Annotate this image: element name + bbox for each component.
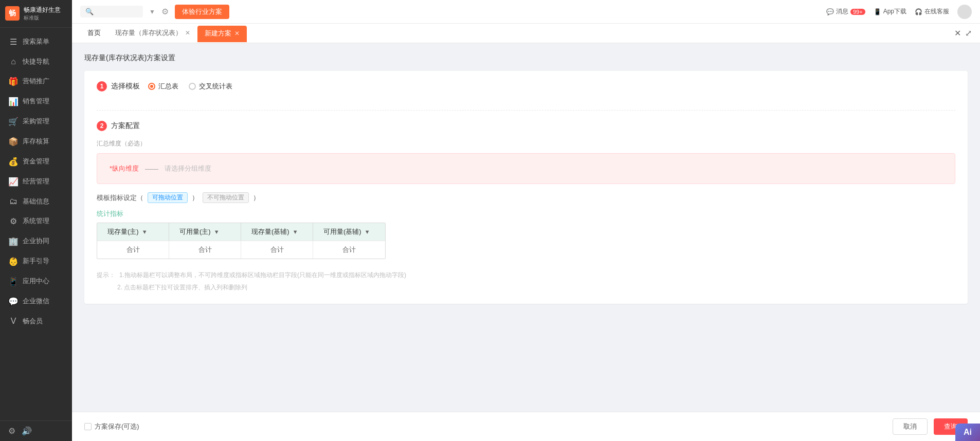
tab-inventory-label: 现存量（库存状况表） xyxy=(115,28,182,38)
speaker-icon[interactable]: 🔊 xyxy=(22,426,32,436)
sidebar-item-label: 快捷导航 xyxy=(23,57,49,66)
home-icon: ⌂ xyxy=(8,57,19,66)
settings-gear-icon[interactable]: ⚙ xyxy=(161,7,169,16)
sidebar-bottom: ⚙ 🔊 xyxy=(0,420,72,441)
phone-icon: 📱 xyxy=(874,8,881,15)
tab-new-plan-label: 新建方案 xyxy=(205,29,231,38)
sidebar-item-label: 采购管理 xyxy=(23,117,49,126)
newbie-icon: 👶 xyxy=(8,256,19,266)
section1-header: 1 选择模板 汇总表 交叉统计表 xyxy=(97,81,955,91)
inventory-icon: 📦 xyxy=(8,137,19,146)
section1-number: 1 xyxy=(97,81,107,91)
sidebar-item-purchase[interactable]: 🛒 采购管理 xyxy=(0,112,72,132)
tabs-actions: ✕ ⤢ xyxy=(954,28,972,38)
wechat-icon: 💬 xyxy=(8,297,19,306)
sidebar-item-marketing[interactable]: 🎁 营销推广 xyxy=(0,71,72,91)
radio-cross[interactable]: 交叉统计表 xyxy=(189,82,232,91)
save-checkbox[interactable] xyxy=(84,423,92,430)
sidebar-item-label: 新手引导 xyxy=(23,256,49,266)
basics-icon: 🗂 xyxy=(8,197,19,206)
close-tab-button[interactable]: ✕ xyxy=(954,28,961,38)
sidebar-item-wechat[interactable]: 💬 企业微信 xyxy=(0,291,72,311)
main-area: 🔍 ▼ ⚙ 体验行业方案 💬 消息 99+ 📱 App下载 🎧 在线客服 xyxy=(72,0,980,441)
table-header-available-main[interactable]: 可用量(主) ▼ xyxy=(169,223,241,241)
sidebar-item-vip[interactable]: V 畅会员 xyxy=(0,311,72,331)
sidebar-item-label: 系统管理 xyxy=(23,216,49,226)
chevron-down-icon[interactable]: ▼ xyxy=(214,229,220,235)
chevron-down-icon[interactable]: ▼ xyxy=(365,229,370,235)
dimension-section-label: 汇总维度（必选） xyxy=(97,139,955,148)
radio-summary[interactable]: 汇总表 xyxy=(148,82,178,91)
app-download-button[interactable]: 📱 App下载 xyxy=(874,7,906,16)
messages-button[interactable]: 💬 消息 99+ xyxy=(826,7,865,16)
bottom-bar: 方案保存(可选) 取消 查询 xyxy=(72,412,980,441)
settings-icon[interactable]: ⚙ xyxy=(8,426,15,436)
sidebar-item-quick-nav[interactable]: ⌂ 快捷导航 xyxy=(0,52,72,71)
operations-icon: 📈 xyxy=(8,177,19,187)
topbar: 🔍 ▼ ⚙ 体验行业方案 💬 消息 99+ 📱 App下载 🎧 在线客服 xyxy=(72,0,980,24)
save-option-label: 方案保存(可选) xyxy=(95,422,139,431)
system-icon: ⚙ xyxy=(8,216,19,226)
draggable-badge: 可拖动位置 xyxy=(148,192,188,203)
table-header-current-main[interactable]: 现存量(主) ▼ xyxy=(97,223,169,241)
trial-industry-button[interactable]: 体验行业方案 xyxy=(175,5,229,19)
sidebar-item-enterprise[interactable]: 🏢 企业协同 xyxy=(0,231,72,251)
table-cell-current-aux: 合计 xyxy=(241,241,313,259)
sidebar-item-label: 资金管理 xyxy=(23,157,49,166)
sidebar-item-appstore[interactable]: 📱 应用中心 xyxy=(0,271,72,291)
table-header-row: 现存量(主) ▼ 可用量(主) ▼ 现存量(基辅) ▼ xyxy=(97,223,385,241)
sidebar-item-newbie[interactable]: 👶 新手引导 xyxy=(0,251,72,271)
avatar[interactable] xyxy=(957,5,972,19)
sidebar-item-label: 基础信息 xyxy=(23,197,49,206)
cancel-button[interactable]: 取消 xyxy=(893,418,928,435)
sales-icon: 📊 xyxy=(8,97,19,106)
sidebar-item-finance[interactable]: 💰 资金管理 xyxy=(0,152,72,172)
tab-new-plan[interactable]: 新建方案 ✕ xyxy=(197,26,247,42)
gift-icon: 🎁 xyxy=(8,77,19,86)
stat-label: 统计指标 xyxy=(97,209,955,218)
search-box[interactable]: 🔍 xyxy=(80,6,143,17)
sidebar-item-label: 销售管理 xyxy=(23,97,49,106)
topbar-right: 💬 消息 99+ 📱 App下载 🎧 在线客服 xyxy=(826,5,972,19)
plan-config-section: 2 方案配置 汇总维度（必选） *纵向维度 —— 请选择分组维度 xyxy=(97,121,955,293)
search-dropdown-icon[interactable]: ▼ xyxy=(149,8,155,15)
sidebar-item-operations[interactable]: 📈 经营管理 xyxy=(0,172,72,192)
sidebar-item-basics[interactable]: 🗂 基础信息 xyxy=(0,192,72,211)
appstore-icon: 📱 xyxy=(8,277,19,286)
chevron-down-icon[interactable]: ▼ xyxy=(293,229,298,235)
tab-inventory[interactable]: 现存量（库存状况表） ✕ xyxy=(108,24,197,43)
table-header-available-aux[interactable]: 可用量(基辅) ▼ xyxy=(313,223,385,241)
table-cell-available-aux: 合计 xyxy=(313,241,385,259)
finance-icon: 💰 xyxy=(8,157,19,167)
tab-home[interactable]: 首页 xyxy=(80,24,108,43)
sidebar-item-inventory[interactable]: 📦 库存核算 xyxy=(0,132,72,152)
expand-tab-button[interactable]: ⤢ xyxy=(965,28,972,38)
save-option[interactable]: 方案保存(可选) xyxy=(84,422,139,431)
radio-cross-label: 交叉统计表 xyxy=(199,82,232,91)
dimension-input-area[interactable]: *纵向维度 —— 请选择分组维度 xyxy=(97,153,955,184)
no-drag-badge: 不可拖动位置 xyxy=(203,192,249,203)
indicator-settings: 模板指标设定（ 可拖动位置 ） 不可拖动位置 ） 统计指标 现存量(主) xyxy=(97,192,955,261)
sidebar-item-label: 库存核算 xyxy=(23,137,49,146)
sidebar: 畅 畅康通好生意 标准版 ☰ 搜索菜单 ⌂ 快捷导航 🎁 营销推广 📊 销售管理… xyxy=(0,0,72,441)
search-input[interactable] xyxy=(97,8,138,15)
ai-fab-button[interactable]: Ai xyxy=(955,424,980,441)
table-cell-current-main: 合计 xyxy=(97,241,169,259)
messages-badge: 99+ xyxy=(850,9,865,15)
tab-home-label: 首页 xyxy=(87,28,101,38)
online-service-button[interactable]: 🎧 在线客服 xyxy=(915,7,949,16)
sidebar-item-system[interactable]: ⚙ 系统管理 xyxy=(0,211,72,231)
indicator-table: 现存量(主) ▼ 可用量(主) ▼ 现存量(基辅) ▼ xyxy=(97,223,386,259)
chevron-down-icon[interactable]: ▼ xyxy=(142,229,148,235)
app-logo: 畅 畅康通好生意 标准版 xyxy=(0,0,72,28)
sidebar-item-label: 搜索菜单 xyxy=(23,37,49,46)
sidebar-item-search-menu[interactable]: ☰ 搜索菜单 xyxy=(0,32,72,52)
logo-icon: 畅 xyxy=(5,6,20,21)
tab-new-plan-close-icon[interactable]: ✕ xyxy=(234,30,240,37)
tab-inventory-close-icon[interactable]: ✕ xyxy=(185,29,190,36)
radio-cross-dot xyxy=(189,83,196,90)
sidebar-item-sales[interactable]: 📊 销售管理 xyxy=(0,91,72,112)
table-header-current-aux[interactable]: 现存量(基辅) ▼ xyxy=(241,223,313,241)
search-menu-icon: ☰ xyxy=(8,37,19,47)
tip1-text: 提示： xyxy=(97,269,115,281)
